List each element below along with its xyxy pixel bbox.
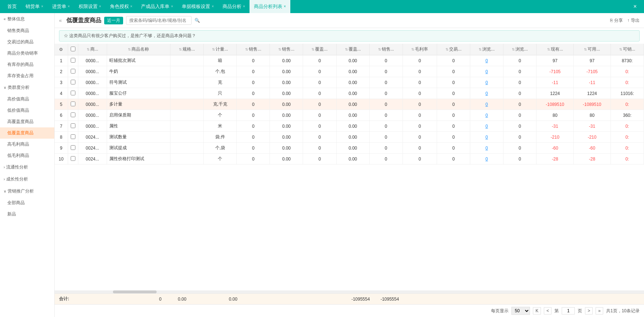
share-button[interactable]: ⎘ 分享 xyxy=(610,17,623,24)
col-code[interactable]: ⇅商... xyxy=(78,44,107,55)
row-browse1[interactable]: 0 xyxy=(470,154,503,165)
col-settings[interactable]: ⚙ xyxy=(55,44,68,55)
row-checkbox[interactable] xyxy=(68,55,78,66)
col-sales3[interactable]: ⇅销售... xyxy=(369,44,402,55)
nav-goods-analysis[interactable]: 商品分析 × xyxy=(218,0,250,13)
select-all-checkbox[interactable] xyxy=(71,47,75,51)
row-browse1[interactable]: 0 xyxy=(470,132,503,143)
col-coverage2[interactable]: ⇅覆盖... xyxy=(336,44,369,55)
row-browse1[interactable]: 0 xyxy=(470,55,503,66)
page-input[interactable] xyxy=(562,307,575,314)
nav-goods-analysis-list-close[interactable]: × xyxy=(284,0,286,13)
row-checkbox[interactable] xyxy=(68,88,78,99)
sidebar-section-overall[interactable]: « 整体信息 xyxy=(0,13,54,25)
nav-home[interactable]: 首页 xyxy=(3,0,21,13)
nav-template-close[interactable]: × xyxy=(212,0,214,13)
sidebar-section-liquidity[interactable]: › 流通性分析 xyxy=(0,161,54,173)
nav-production[interactable]: 产成品入库单 × xyxy=(137,0,177,13)
sidebar-item-low-margin[interactable]: 低毛利商品 xyxy=(0,150,54,161)
sidebar-item-category-rate[interactable]: 商品分类动销率 xyxy=(0,48,54,59)
nav-sales[interactable]: 销货单 × xyxy=(21,0,48,13)
sidebar-item-sales-goods[interactable]: 销售类商品 xyxy=(0,25,54,36)
row-browse1[interactable]: 0 xyxy=(470,88,503,99)
col-sellable[interactable]: ⇅可销... xyxy=(610,44,644,55)
horizontal-scrollbar[interactable] xyxy=(55,290,644,293)
row-select-checkbox[interactable] xyxy=(71,102,75,106)
sidebar-section-growth[interactable]: › 成长性分析 xyxy=(0,173,54,185)
nav-goods-analysis-close[interactable]: × xyxy=(243,0,245,13)
row-select-checkbox[interactable] xyxy=(71,156,75,161)
last-page-button[interactable]: » xyxy=(596,307,603,314)
col-coverage1[interactable]: ⇅覆盖... xyxy=(303,44,336,55)
scrollbar-thumb[interactable] xyxy=(113,290,157,293)
col-spec[interactable]: ⇅规格... xyxy=(170,44,204,55)
col-current[interactable]: ⇅现有... xyxy=(537,44,574,55)
window-close-button[interactable]: × xyxy=(629,3,641,10)
row-checkbox[interactable] xyxy=(68,132,78,143)
time-filter-button[interactable]: 近一月 xyxy=(104,17,123,24)
row-browse1[interactable]: 0 xyxy=(470,143,503,154)
sidebar-item-high-coverage[interactable]: 高覆盖度商品 xyxy=(0,116,54,127)
per-page-select[interactable]: 50 20 100 xyxy=(511,307,530,315)
col-available[interactable]: ⇅可用... xyxy=(574,44,611,55)
next-page-button[interactable]: > xyxy=(585,307,593,314)
search-icon[interactable]: 🔍 xyxy=(195,18,200,23)
col-sales-qty[interactable]: ⇅销售... xyxy=(237,44,270,55)
row-select-checkbox[interactable] xyxy=(71,112,75,117)
nav-sales-close[interactable]: × xyxy=(41,0,43,13)
sidebar-item-high-value[interactable]: 高价值商品 xyxy=(0,94,54,105)
export-button[interactable]: ↑ 导出 xyxy=(627,17,640,24)
sidebar-item-low-coverage[interactable]: 低覆盖度商品 xyxy=(0,127,54,139)
row-checkbox[interactable] xyxy=(68,66,78,77)
nav-purchase[interactable]: 进货单 × xyxy=(48,0,74,13)
col-name[interactable]: ⇅商品名称 xyxy=(107,44,170,55)
nav-roles[interactable]: 角色授权 × xyxy=(106,0,137,13)
nav-template[interactable]: 单据模板设置 × xyxy=(177,0,218,13)
row-select-checkbox[interactable] xyxy=(71,69,75,74)
data-table-wrapper[interactable]: ⚙ ⇅商... ⇅商品名称 ⇅规格... ⇅计量... ⇅销售... ⇅销售..… xyxy=(55,44,644,290)
nav-goods-analysis-list[interactable]: 商品分析列表 × xyxy=(250,0,290,13)
sidebar-item-stocked-goods[interactable]: 有库存的商品 xyxy=(0,59,54,70)
col-trade[interactable]: ⇅交易... xyxy=(437,44,470,55)
row-select-checkbox[interactable] xyxy=(71,91,75,95)
row-checkbox[interactable] xyxy=(68,154,78,165)
col-checkbox[interactable] xyxy=(68,44,78,55)
sidebar-item-new-goods[interactable]: 新品 xyxy=(0,209,54,220)
row-checkbox[interactable] xyxy=(68,110,78,121)
row-browse1[interactable]: 0 xyxy=(470,99,503,110)
nav-purchase-close[interactable]: × xyxy=(68,0,70,13)
col-margin[interactable]: ⇅毛利率 xyxy=(402,44,437,55)
sidebar-item-low-value[interactable]: 低价值商品 xyxy=(0,105,54,116)
prev-page-button[interactable]: < xyxy=(544,307,551,314)
sidebar-section-marketing[interactable]: ∨ 营销推广分析 xyxy=(0,185,54,197)
nav-production-close[interactable]: × xyxy=(171,0,173,13)
nav-roles-close[interactable]: × xyxy=(130,0,133,13)
row-select-checkbox[interactable] xyxy=(71,123,75,128)
col-browse2[interactable]: ⇅浏览... xyxy=(503,44,537,55)
nav-permissions-close[interactable]: × xyxy=(99,0,101,13)
sidebar-item-all-goods[interactable]: 全部商品 xyxy=(0,197,54,209)
col-browse1[interactable]: ⇅浏览... xyxy=(470,44,503,55)
row-browse1[interactable]: 0 xyxy=(470,121,503,132)
row-select-checkbox[interactable] xyxy=(71,80,75,84)
sidebar-collapse-button[interactable]: « xyxy=(59,17,62,23)
row-select-checkbox[interactable] xyxy=(71,58,75,63)
search-input[interactable] xyxy=(126,16,192,25)
row-checkbox[interactable] xyxy=(68,99,78,110)
row-select-checkbox[interactable] xyxy=(71,134,75,139)
row-browse1[interactable]: 0 xyxy=(470,110,503,121)
row-checkbox[interactable] xyxy=(68,121,78,132)
sidebar-item-capital-usage[interactable]: 库存资金占用 xyxy=(0,70,54,82)
sidebar-item-traded-goods[interactable]: 交易过的商品 xyxy=(0,36,54,48)
row-checkbox[interactable] xyxy=(68,143,78,154)
col-sales-amt[interactable]: ⇅销售... xyxy=(270,44,303,55)
sidebar-item-high-margin[interactable]: 高毛利商品 xyxy=(0,139,54,150)
first-page-button[interactable]: K xyxy=(533,307,541,314)
col-unit[interactable]: ⇅计量... xyxy=(204,44,237,55)
row-browse1[interactable]: 0 xyxy=(470,66,503,77)
nav-permissions[interactable]: 权限设置 × xyxy=(74,0,106,13)
sidebar-section-cluster[interactable]: ∨ 类群度分析 xyxy=(0,82,54,94)
row-checkbox[interactable] xyxy=(68,77,78,88)
row-browse1[interactable]: 0 xyxy=(470,77,503,88)
row-select-checkbox[interactable] xyxy=(71,145,75,150)
